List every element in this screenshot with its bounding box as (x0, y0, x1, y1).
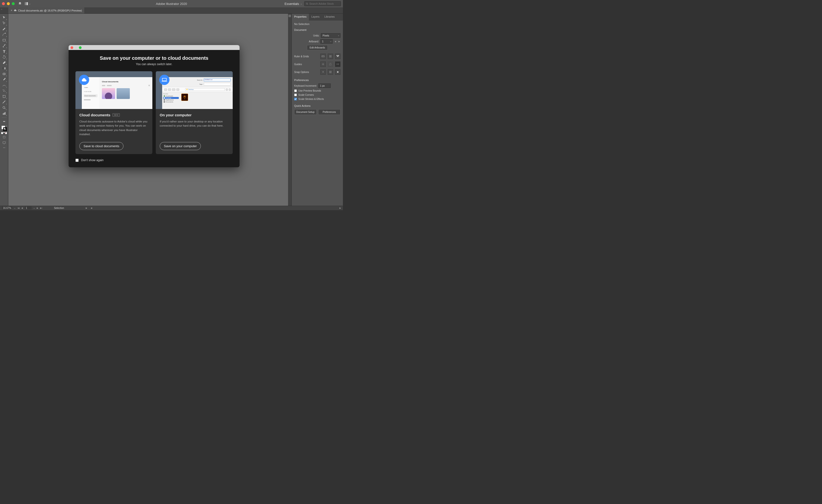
document-tab[interactable]: × Cloud documents.aic @ 16.67% (RGB/GPU … (8, 7, 84, 13)
save-on-computer-button[interactable]: Save on your computer (160, 142, 201, 150)
snap-to-pixel-icon[interactable] (335, 69, 341, 75)
search-icon (306, 2, 308, 5)
snap-to-grid-icon[interactable] (328, 69, 333, 75)
svg-line-15 (5, 108, 5, 109)
stroke-color[interactable] (3, 127, 7, 131)
draw-normal-mode[interactable] (1, 135, 7, 139)
dialog-titlebar[interactable] (69, 45, 240, 50)
svg-point-43 (330, 72, 331, 72)
save-location-dialog: Save on your computer or to cloud docume… (69, 45, 240, 167)
edit-toolbar-button[interactable] (3, 147, 5, 148)
curvature-tool[interactable] (1, 32, 7, 37)
ruler-grids-label: Ruler & Grids (294, 55, 318, 58)
dont-show-again-checkbox[interactable]: Don't show again (75, 158, 233, 162)
quick-actions-heading: Quick Actions (294, 104, 341, 107)
svg-rect-46 (163, 79, 166, 81)
tools-panel: ⤺ / (0, 14, 8, 206)
search-stock-field[interactable] (304, 1, 341, 6)
edit-artboards-button[interactable]: Edit Artboards (307, 45, 328, 50)
rotate-tool[interactable] (1, 55, 7, 59)
smart-guides-icon[interactable] (335, 61, 341, 67)
artboard-dropdown[interactable]: 1 (320, 39, 333, 44)
tab-layers[interactable]: Layers (309, 14, 322, 21)
use-preview-bounds-checkbox[interactable]: Use Preview Bounds (294, 89, 341, 92)
blend-tool[interactable] (1, 83, 7, 88)
document-setup-button[interactable]: Document Setup (294, 109, 317, 115)
workspace-dropdown[interactable]: Essentials ⌵ (285, 2, 302, 6)
guides-lock-icon[interactable] (328, 61, 333, 67)
artboard-label: Artboard: (309, 40, 319, 43)
search-stock-input[interactable] (309, 2, 339, 5)
dialog-minimize-button (75, 46, 77, 49)
fill-stroke-swatch[interactable]: ⤺ (1, 126, 7, 131)
preferences-button[interactable]: Preferences (318, 109, 341, 115)
shape-builder-tool[interactable] (1, 71, 7, 76)
close-tab-icon[interactable]: × (11, 9, 12, 12)
dialog-close-button[interactable] (70, 46, 73, 49)
eyedropper-tool[interactable] (1, 77, 7, 82)
minimize-window-button[interactable] (7, 2, 10, 5)
svg-point-8 (4, 90, 5, 90)
scale-corners-checkbox[interactable]: Scale Corners (294, 93, 341, 96)
svg-point-9 (3, 91, 4, 92)
snap-to-point-icon[interactable] (320, 69, 326, 75)
artboard-next-icon[interactable]: ▶ (338, 40, 341, 43)
artboard-last-icon[interactable]: ▶I (40, 207, 42, 209)
artboard-prev-status-icon[interactable]: ◀ (21, 207, 23, 209)
tab-properties[interactable]: Properties (292, 14, 309, 21)
document-section-heading: Document (294, 28, 341, 31)
column-graph-tool[interactable] (1, 111, 7, 116)
svg-rect-23 (322, 56, 325, 57)
tab-libraries[interactable]: Libraries (322, 14, 337, 21)
status-bar: 16.67% ⌵ I◀ ◀ 1 ⌵ ▶ ▶I Selection ▶ ◀ ▶ (0, 206, 343, 210)
grid-toggle-icon[interactable] (328, 54, 333, 59)
symbol-sprayer-tool[interactable] (1, 88, 7, 93)
close-window-button[interactable] (2, 2, 5, 5)
type-tool[interactable] (1, 49, 7, 54)
guides-label: Guides (294, 63, 318, 66)
new-badge: NEW (112, 113, 120, 116)
properties-panel: Properties Layers Libraries No Selection… (292, 14, 343, 206)
color-mode-swatches[interactable]: / (1, 132, 7, 134)
home-icon[interactable] (18, 1, 22, 6)
vertical-scrollbar[interactable] (288, 14, 292, 206)
artboard-first-icon[interactable]: I◀ (17, 207, 19, 209)
preferences-section-heading: Preferences (294, 79, 341, 81)
artboard-number[interactable]: 1 (25, 206, 32, 209)
cloud-card-title: Cloud documents (79, 113, 110, 117)
ruler-toggle-icon[interactable] (320, 54, 326, 59)
your-computer-card[interactable]: Save As: Untitled-1.ai Tags: 📁 Desktop (156, 71, 233, 154)
toolbar-toggle[interactable] (1, 119, 7, 124)
rectangle-tool[interactable] (1, 38, 7, 43)
paintbrush-tool[interactable] (1, 43, 7, 48)
pen-tool[interactable] (1, 26, 7, 31)
scale-strokes-checkbox[interactable]: Scale Strokes & Effects (294, 98, 341, 100)
dialog-maximize-button[interactable] (79, 46, 81, 49)
artboard-next-status-icon[interactable]: ▶ (37, 207, 38, 209)
screen-mode-toggle[interactable] (1, 140, 7, 145)
zoom-level[interactable]: 16.67% (2, 206, 12, 209)
maximize-window-button[interactable] (12, 2, 15, 5)
computer-card-description: If you'd rather save to your desktop or … (160, 119, 229, 137)
transparency-grid-icon[interactable] (335, 54, 341, 59)
swap-fill-stroke-icon[interactable]: ⤺ (6, 125, 7, 127)
slice-tool[interactable] (1, 100, 7, 105)
direct-selection-tool[interactable] (1, 21, 7, 26)
svg-rect-44 (337, 71, 339, 73)
panel-collapse-arrows[interactable]: » (1, 8, 2, 11)
zoom-tool[interactable] (1, 105, 7, 110)
cloud-preview-mock: Home Learn YOUR WORK Cloud documents Clo… (82, 77, 152, 109)
guides-visibility-icon[interactable] (320, 61, 326, 67)
eraser-tool[interactable] (1, 60, 7, 65)
dialog-title: Save on your computer or to cloud docume… (75, 55, 233, 61)
artboard-tool[interactable] (1, 94, 7, 99)
arrange-documents-dropdown[interactable]: ⌵ (25, 2, 30, 5)
cloud-documents-card[interactable]: Home Learn YOUR WORK Cloud documents Clo… (75, 71, 152, 154)
keyboard-increment-input[interactable] (318, 83, 331, 88)
save-to-cloud-button[interactable]: Save to cloud documents (79, 142, 123, 150)
gradient-tool[interactable] (1, 66, 7, 71)
units-dropdown[interactable]: Pixels (321, 33, 341, 38)
artboard-prev-icon[interactable]: ◀ (334, 40, 337, 43)
selection-tool[interactable] (1, 15, 7, 20)
svg-point-14 (3, 106, 5, 108)
